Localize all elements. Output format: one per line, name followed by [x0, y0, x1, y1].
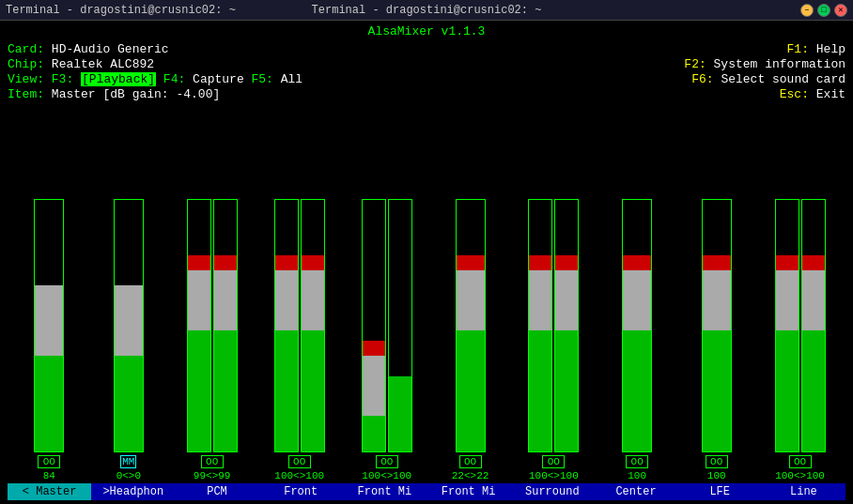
card-line: Card: HD-Audio Generic — [8, 42, 426, 56]
f1-line: F1: Help — [426, 42, 845, 56]
fader-master[interactable] — [34, 199, 64, 452]
val-center: 100 — [628, 470, 646, 481]
title-bar: Terminal - dragostini@crusnic02: ~ Termi… — [0, 0, 853, 21]
info-section: Card: HD-Audio Generic Chip: Realtek ALC… — [8, 42, 845, 102]
item-line: Item: Master [dB gain: -4.00] — [8, 87, 426, 101]
fader-frontmi2[interactable] — [456, 199, 486, 452]
db-front: OO — [288, 455, 311, 468]
val-lfe: 100 — [707, 470, 726, 481]
item-value: Master [dB gain: -4.00] — [52, 87, 220, 101]
val-master: 84 — [43, 470, 55, 481]
val-surround: 100<>100 — [529, 470, 579, 481]
fader-front-l[interactable] — [274, 199, 299, 452]
f3-key: F3: — [52, 72, 73, 86]
val-pcm: 99<>99 — [194, 470, 231, 481]
fader-surround-l[interactable] — [528, 199, 552, 452]
fader-center[interactable] — [622, 199, 652, 452]
f4-key: F4: — [163, 72, 193, 86]
mixers-area: OO 84 MM 0<>0 — [8, 104, 845, 481]
view-label: View: — [8, 72, 52, 86]
title-bar-left: Terminal - dragostini@crusnic02: ~ — [6, 4, 236, 17]
nav-pcm[interactable]: PCM — [175, 483, 258, 500]
title-bar-center: Terminal - dragostini@crusnic02: ~ — [312, 4, 542, 17]
nav-headphone[interactable]: >Headphon — [91, 483, 175, 500]
f4-val: Capture — [193, 72, 244, 86]
maximize-button[interactable]: □ — [817, 4, 830, 17]
nav-bar: < Master >Headphon PCM Front Front Mi Fr… — [8, 483, 845, 500]
channel-master[interactable]: OO 84 — [9, 110, 89, 481]
db-frontmi2: OO — [459, 455, 482, 468]
fader-headphone[interactable] — [114, 199, 144, 452]
db-pcm: OO — [201, 455, 224, 468]
card-value: HD-Audio Generic — [52, 42, 169, 56]
minimize-button[interactable]: – — [800, 4, 814, 17]
f2-val: System information — [714, 57, 845, 71]
channel-lfe[interactable]: OO 100 — [676, 110, 756, 481]
item-label: Item: — [8, 87, 44, 101]
esc-val: Exit — [816, 87, 845, 101]
db-center: OO — [626, 455, 648, 468]
chip-value: Realtek ALC892 — [52, 57, 154, 71]
db-lfe: OO — [706, 455, 728, 468]
channel-frontmi2[interactable]: OO 22<>22 — [430, 110, 510, 481]
channel-center[interactable]: OO 100 — [597, 110, 677, 481]
val-frontmi1: 100<>100 — [362, 470, 411, 481]
val-headphone: 0<>0 — [116, 470, 141, 481]
esc-line: Esc: Exit — [426, 87, 845, 101]
channel-line[interactable]: OO 100<>100 — [756, 110, 844, 481]
db-line: OO — [789, 455, 812, 468]
esc-key: Esc: — [780, 87, 809, 101]
channel-front[interactable]: OO 100<>100 — [256, 110, 343, 481]
channel-surround[interactable]: OO 100<>100 — [510, 110, 597, 481]
fader-front-r[interactable] — [301, 199, 325, 452]
view-line: View: F3: [Playback] F4: Capture F5: All — [8, 72, 426, 86]
channel-pcm[interactable]: OO 99<>99 — [168, 110, 256, 481]
nav-line[interactable]: Line — [762, 483, 845, 500]
nav-front[interactable]: Front — [259, 483, 343, 500]
f6-line: F6: Select sound card — [426, 72, 845, 86]
nav-frontmi2[interactable]: Front Mi — [426, 483, 510, 500]
db-frontmi1: OO — [376, 455, 398, 468]
fader-surround-r[interactable] — [554, 199, 579, 452]
chip-line: Chip: Realtek ALC892 — [8, 57, 426, 71]
val-line: 100<>100 — [775, 470, 825, 481]
fader-lfe[interactable] — [702, 199, 732, 452]
terminal: AlsaMixer v1.1.3 Card: HD-Audio Generic … — [0, 21, 853, 504]
nav-lfe[interactable]: LFE — [678, 483, 762, 500]
val-frontmi2: 22<>22 — [452, 470, 489, 481]
nav-surround[interactable]: Surround — [510, 483, 594, 500]
fader-pcm-r[interactable] — [213, 199, 238, 452]
title-bar-controls: – □ ✕ — [800, 4, 847, 17]
fader-line-l[interactable] — [775, 199, 799, 452]
fader-line-r[interactable] — [801, 199, 826, 452]
db-headphone: MM — [120, 455, 136, 468]
app-title: AlsaMixer v1.1.3 — [8, 24, 845, 38]
card-label: Card: — [8, 42, 44, 56]
f1-val: Help — [816, 42, 845, 56]
fader-frontmi1-r[interactable] — [388, 199, 412, 452]
f3-val: [Playback] — [81, 72, 156, 86]
nav-master[interactable]: < Master — [8, 483, 91, 500]
channel-frontmi1[interactable]: OO 100<>100 — [343, 110, 430, 481]
db-surround: OO — [542, 455, 565, 468]
f2-key: F2: — [684, 57, 706, 71]
close-button[interactable]: ✕ — [834, 4, 847, 17]
chip-label: Chip: — [8, 57, 44, 71]
fader-pcm-l[interactable] — [187, 199, 211, 452]
f1-key: F1: — [787, 42, 809, 56]
db-master: OO — [38, 455, 60, 468]
f6-val: Select sound card — [721, 72, 845, 86]
f5-key: F5: — [252, 72, 281, 86]
fader-frontmi1-l[interactable] — [362, 199, 386, 452]
f6-key: F6: — [691, 72, 713, 86]
nav-center[interactable]: Center — [594, 483, 677, 500]
f5-val: All — [281, 72, 302, 86]
val-front: 100<>100 — [274, 470, 324, 481]
channel-headphone[interactable]: MM 0<>0 — [89, 110, 169, 481]
info-left: Card: HD-Audio Generic Chip: Realtek ALC… — [8, 42, 426, 102]
nav-frontmi1[interactable]: Front Mi — [343, 483, 426, 500]
f2-line: F2: System information — [426, 57, 845, 71]
info-right: F1: Help F2: System information F6: Sele… — [426, 42, 845, 102]
